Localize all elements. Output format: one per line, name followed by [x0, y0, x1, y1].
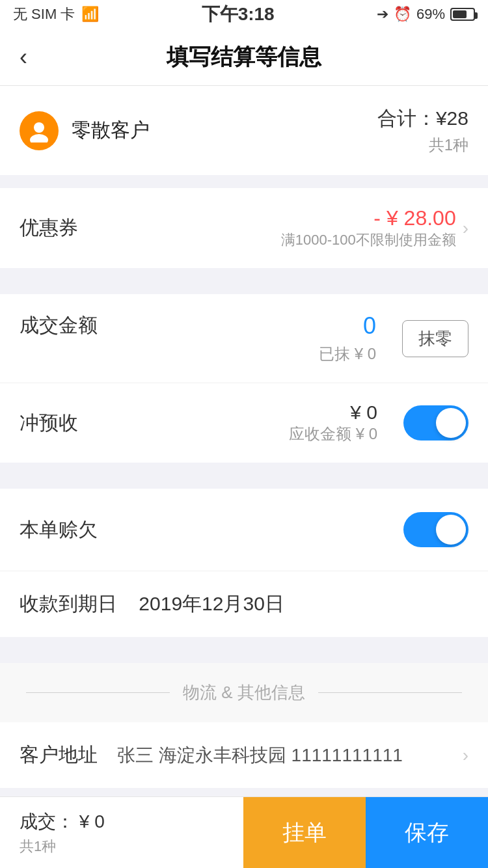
address-chevron-icon: › — [463, 745, 468, 766]
bottom-deal-amount: 成交： ¥ 0 — [20, 809, 224, 834]
pre-right: ¥ 0 应收金额 ¥ 0 — [289, 401, 468, 444]
due-date-label: 收款到期日 2019年12月30日 — [20, 593, 284, 614]
pre-amount: ¥ 0 — [350, 401, 377, 424]
deal-right: 0 已抹 ¥ 0 — [319, 312, 376, 364]
debit-label: 本单赊欠 — [20, 517, 98, 543]
svg-point-0 — [34, 122, 44, 133]
debit-toggle[interactable] — [403, 512, 468, 547]
svg-point-1 — [30, 134, 48, 142]
customer-row: 零散客户 合计：¥28 共1种 — [0, 86, 488, 175]
logistics-label: 物流 & 其他信息 — [170, 681, 318, 704]
deal-value-row: 0 已抹 ¥ 0 抹零 — [319, 312, 468, 364]
deal-amount-label: 成交金额 — [20, 312, 98, 339]
deal-sub: 已抹 ¥ 0 — [319, 344, 376, 364]
logistics-divider: 物流 & 其他信息 — [0, 663, 488, 722]
coupon-right: - ¥ 28.00 满1000-100不限制使用金额 — [281, 206, 456, 250]
debit-row: 本单赊欠 — [0, 489, 488, 571]
pre-sub: 应收金额 ¥ 0 — [289, 424, 377, 444]
debit-toggle-knob — [436, 515, 466, 545]
alarm-icon: ⏰ — [394, 6, 411, 23]
status-left: 无 SIM 卡 📶 — [13, 5, 99, 24]
address-label: 客户地址 — [20, 742, 98, 768]
sim-label: 无 SIM 卡 — [13, 5, 75, 24]
debit-section: 本单赊欠 收款到期日 2019年12月30日 — [0, 489, 488, 637]
status-right: ➔ ⏰ 69% — [377, 6, 475, 23]
pre-collection-label: 冲预收 — [20, 410, 78, 437]
chevron-right-icon: › — [463, 218, 468, 239]
customer-info: 零散客户 — [20, 111, 150, 150]
battery-percent: 69% — [416, 6, 445, 23]
address-value: 张三 海淀永丰科技园 11111111111 — [117, 743, 456, 768]
battery-icon — [450, 8, 475, 21]
pre-collection-row: 冲预收 ¥ 0 应收金额 ¥ 0 — [0, 383, 488, 463]
coupon-value-block: - ¥ 28.00 满1000-100不限制使用金额 › — [281, 206, 468, 250]
separator-3 — [0, 650, 488, 663]
page-title: 填写结算等信息 — [167, 42, 321, 72]
due-date-row: 收款到期日 2019年12月30日 — [0, 571, 488, 637]
round-off-button[interactable]: 抹零 — [402, 320, 468, 357]
separator-2 — [0, 476, 488, 489]
pre-amount-block: ¥ 0 应收金额 ¥ 0 — [289, 401, 377, 444]
coupon-subtext: 满1000-100不限制使用金额 — [281, 230, 456, 250]
coupon-value: - ¥ 28.00 — [373, 206, 455, 230]
customer-total: 合计：¥28 共1种 — [377, 105, 468, 156]
status-time: 下午3:18 — [202, 2, 275, 27]
bottom-count: 共1种 — [20, 837, 224, 856]
deal-section: 成交金额 0 已抹 ¥ 0 抹零 冲预收 ¥ 0 应收金额 ¥ 0 — [0, 294, 488, 463]
avatar — [20, 111, 59, 150]
save-button[interactable]: 保存 — [366, 797, 488, 868]
customer-section: 零散客户 合计：¥28 共1种 — [0, 86, 488, 175]
coupon-label: 优惠券 — [20, 215, 78, 241]
separator-1 — [0, 281, 488, 294]
address-section[interactable]: 客户地址 张三 海淀永丰科技园 11111111111 › — [0, 722, 488, 788]
deal-value: 0 — [363, 312, 376, 340]
deal-amount-row: 成交金额 0 已抹 ¥ 0 抹零 — [0, 294, 488, 383]
coupon-section[interactable]: 优惠券 - ¥ 28.00 满1000-100不限制使用金额 › — [0, 188, 488, 268]
due-date-value: 2019年12月30日 — [139, 593, 284, 614]
divider-line-right — [318, 692, 462, 693]
pre-collection-toggle[interactable] — [403, 405, 468, 441]
status-bar: 无 SIM 卡 📶 下午3:18 ➔ ⏰ 69% — [0, 0, 488, 29]
wifi-icon: 📶 — [81, 6, 99, 23]
coupon-row[interactable]: 优惠券 - ¥ 28.00 满1000-100不限制使用金额 › — [0, 188, 488, 268]
location-icon: ➔ — [377, 6, 388, 23]
total-count: 共1种 — [377, 135, 468, 156]
back-button[interactable]: ‹ — [20, 44, 27, 71]
toggle-knob — [436, 408, 466, 438]
bottom-bar: 成交： ¥ 0 共1种 挂单 保存 — [0, 796, 488, 868]
total-amount: 合计：¥28 — [377, 105, 468, 132]
bottom-info: 成交： ¥ 0 共1种 — [0, 797, 243, 868]
hang-button[interactable]: 挂单 — [243, 797, 366, 868]
customer-name: 零散客户 — [72, 117, 150, 144]
nav-bar: ‹ 填写结算等信息 — [0, 29, 488, 86]
divider-line-left — [26, 692, 170, 693]
address-row[interactable]: 客户地址 张三 海淀永丰科技园 11111111111 › — [0, 722, 488, 788]
